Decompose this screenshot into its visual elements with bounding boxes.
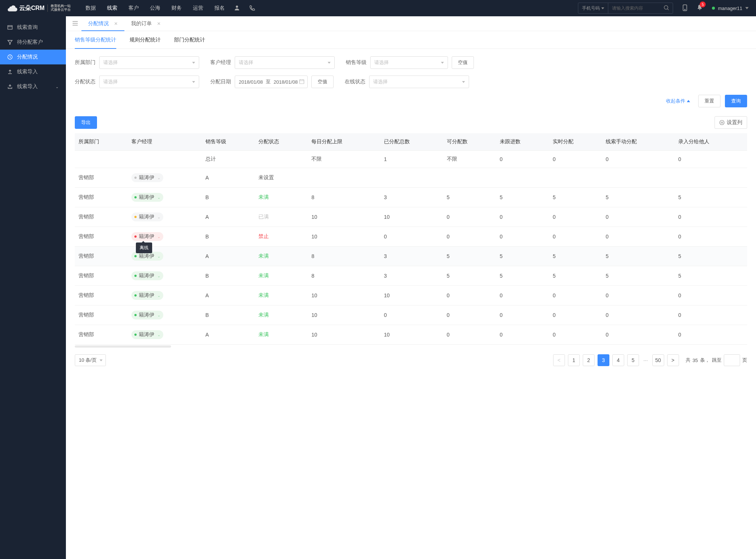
sidebar: 线索查询待分配客户分配情况线索导入线索导入⌄: [0, 16, 66, 559]
col-线索手动分配: 线索手动分配: [602, 133, 675, 151]
prev-page-button[interactable]: <: [553, 354, 565, 366]
topmenu-运营[interactable]: 运营: [193, 5, 203, 11]
topmenu-数据[interactable]: 数据: [86, 5, 96, 11]
main: 分配情况✕我的订单✕ 销售等级分配统计规则分配统计部门分配统计 所属部门 请选择…: [66, 16, 756, 559]
clock-icon: [7, 54, 13, 60]
column-settings-button[interactable]: 设置列: [715, 116, 747, 129]
page-last[interactable]: 50: [652, 354, 664, 366]
sidebar-item-线索查询[interactable]: 线索查询: [0, 20, 66, 35]
col-录入分给他人: 录入分给他人: [675, 133, 747, 151]
top-icons: [234, 5, 255, 12]
agent-pill[interactable]: 籍涛伊⌄: [131, 193, 163, 202]
svg-point-1: [664, 6, 668, 9]
svg-point-8: [720, 120, 724, 125]
chevron-down-icon: ⌄: [157, 195, 160, 200]
topmenu-财务[interactable]: 财务: [171, 5, 182, 11]
page-5[interactable]: 5: [627, 354, 639, 366]
agent-pill[interactable]: 籍涛伊⌄离线: [131, 232, 163, 241]
filter-online-select[interactable]: 请选择: [369, 76, 469, 88]
status-dot: [134, 294, 137, 297]
sidebar-item-线索导入[interactable]: 线索导入⌄: [0, 79, 66, 94]
subtab-部门分配统计[interactable]: 部门分配统计: [174, 31, 205, 49]
status-dot: [134, 255, 137, 257]
pagination-bar: 10 条/页 <12345···50> 共 35 条， 跳至 页: [66, 348, 756, 376]
agent-pill[interactable]: 籍涛伊⌄: [131, 173, 163, 182]
top-menu: 数据线索客户公海财务运营报名: [86, 5, 225, 11]
filter-icon: [7, 40, 13, 45]
chevron-down-icon: ⌄: [157, 294, 160, 298]
topmenu-客户[interactable]: 客户: [128, 5, 139, 11]
filter-manager-select[interactable]: 请选择: [235, 56, 335, 69]
gear-icon: [719, 120, 725, 125]
status-dot: [134, 216, 137, 218]
sidebar-item-线索导入[interactable]: 线索导入: [0, 64, 66, 79]
status-dot: [134, 235, 137, 238]
status-dot: [134, 334, 137, 336]
bell-icon[interactable]: 5: [697, 4, 703, 12]
subtab-规则分配统计[interactable]: 规则分配统计: [130, 31, 161, 49]
topmenu-线索[interactable]: 线索: [107, 5, 117, 11]
jump-page-input[interactable]: [724, 354, 740, 366]
pagetab-分配情况[interactable]: 分配情况✕: [81, 16, 124, 31]
close-icon[interactable]: ✕: [157, 21, 161, 26]
phone-icon[interactable]: [249, 5, 255, 12]
topmenu-公海[interactable]: 公海: [150, 5, 160, 11]
page-3[interactable]: 3: [598, 354, 609, 366]
logo[interactable]: 云朵CRM 教育机构一站 式服务云平台: [7, 4, 71, 12]
table-toolbar: 导出 设置列: [66, 112, 756, 133]
filter-status-select[interactable]: 请选择: [99, 76, 199, 88]
calendar-icon: [299, 79, 304, 85]
topmenu-报名[interactable]: 报名: [214, 5, 225, 11]
username: manager11: [718, 6, 742, 11]
table-row: 营销部籍涛伊⌄A未设置: [75, 168, 747, 188]
next-page-button[interactable]: >: [667, 354, 679, 366]
user-menu[interactable]: manager11: [712, 6, 749, 11]
page-4[interactable]: 4: [612, 354, 624, 366]
query-button[interactable]: 查询: [725, 95, 747, 107]
sidebar-item-待分配客户[interactable]: 待分配客户: [0, 35, 66, 50]
svg-point-7: [721, 122, 723, 123]
reset-button[interactable]: 重置: [698, 95, 720, 107]
page-1[interactable]: 1: [568, 354, 580, 366]
mobile-icon[interactable]: [682, 4, 688, 12]
agent-pill[interactable]: 籍涛伊⌄: [131, 212, 163, 221]
agent-pill[interactable]: 籍涛伊⌄: [131, 330, 163, 339]
search-type-select[interactable]: 手机号码: [578, 3, 608, 13]
table-row: 营销部籍涛伊⌄A未满101000000: [75, 325, 747, 345]
page-tabs: 分配情况✕我的订单✕: [66, 16, 756, 31]
sub-tabs: 销售等级分配统计规则分配统计部门分配统计: [66, 31, 756, 49]
page-size-select[interactable]: 10 条/页: [75, 354, 106, 366]
filter-date-empty-button[interactable]: 空值: [311, 76, 334, 88]
search-input[interactable]: [608, 6, 660, 11]
page-2[interactable]: 2: [583, 354, 595, 366]
chevron-down-icon: ⌄: [157, 215, 160, 219]
export-button[interactable]: 导出: [75, 116, 97, 129]
agent-pill[interactable]: 籍涛伊⌄: [131, 291, 163, 300]
sidebar-item-分配情况[interactable]: 分配情况: [0, 50, 66, 64]
filter-level-empty-button[interactable]: 空值: [452, 56, 474, 69]
list-icon: [7, 25, 13, 30]
col-分配状态: 分配状态: [255, 133, 308, 151]
status-dot: [134, 196, 137, 198]
agent-pill[interactable]: 籍涛伊⌄: [131, 311, 163, 319]
subtab-销售等级分配统计[interactable]: 销售等级分配统计: [75, 31, 116, 49]
menu-toggle-icon[interactable]: [69, 21, 81, 27]
filter-level-select[interactable]: 请选择: [370, 56, 448, 69]
upload2-icon: [7, 84, 13, 89]
close-icon[interactable]: ✕: [114, 21, 118, 26]
agent-pill[interactable]: 籍涛伊⌄: [131, 271, 163, 280]
chevron-down-icon: ⌄: [157, 254, 160, 258]
pagetab-我的订单[interactable]: 我的订单✕: [124, 16, 167, 31]
chevron-down-icon: ⌄: [56, 85, 58, 89]
user-icon[interactable]: [234, 5, 240, 12]
brand-text: 云朵CRM: [19, 4, 44, 12]
search-box: 手机号码: [578, 3, 673, 14]
search-icon[interactable]: [660, 5, 673, 11]
col-销售等级: 销售等级: [202, 133, 255, 151]
filter-dept-select[interactable]: 请选择: [99, 56, 199, 69]
filter-date-range[interactable]: 2018/01/08 至 2018/01/08: [235, 76, 308, 88]
col-每日分配上限: 每日分配上限: [308, 133, 380, 151]
collapse-filters-link[interactable]: 收起条件: [666, 98, 690, 104]
summary-row: 总计不限1不限0000: [75, 151, 747, 168]
status-dot: [134, 177, 137, 179]
